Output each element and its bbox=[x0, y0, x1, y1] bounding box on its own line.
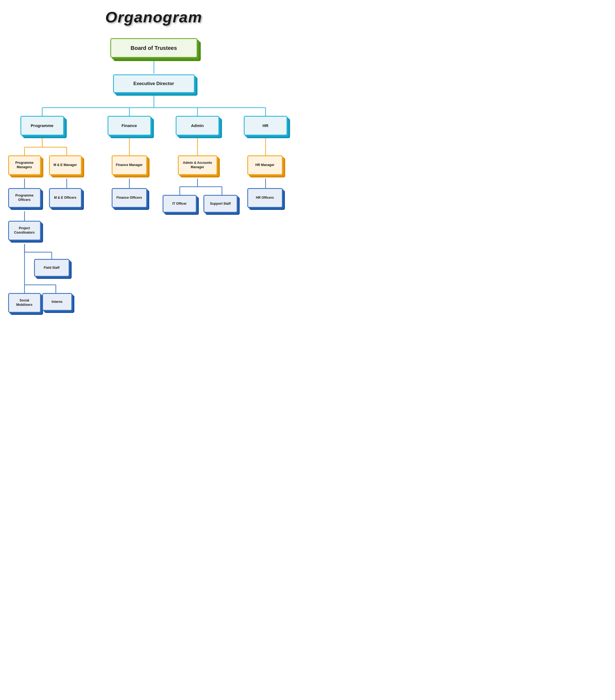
prog-officers-label: Programme Officers bbox=[11, 193, 38, 202]
field-staff-label: Field Staff bbox=[43, 266, 59, 270]
page-title: Organogram bbox=[0, 0, 307, 32]
support-staff-label: Support Staff bbox=[210, 202, 231, 206]
interns-label: Interns bbox=[51, 300, 62, 304]
prog-managers-label: Programme Managers bbox=[11, 161, 38, 169]
hr-manager-label: HR Manager bbox=[255, 163, 274, 167]
finance-officers-label: Finance Officers bbox=[116, 196, 142, 200]
admin-label: Admin bbox=[191, 123, 204, 128]
org-wrap: Board of Trustees Executive Director Pro… bbox=[7, 34, 301, 348]
me-manager-label: M & E Manager bbox=[53, 163, 77, 167]
hr-officers-box: HR Officers bbox=[247, 188, 283, 208]
programme-label: Programme bbox=[31, 123, 53, 128]
finance-manager-box: Finance Manager bbox=[112, 155, 147, 175]
me-officers-box: M & E Officers bbox=[49, 188, 82, 208]
executive-director-box: Executive Director bbox=[113, 74, 195, 93]
programme-managers-box: Programme Managers bbox=[8, 155, 41, 175]
exec-label: Executive Director bbox=[133, 81, 174, 87]
page-title-container: Organogram bbox=[0, 0, 307, 32]
hr-officers-label: HR Officers bbox=[256, 196, 274, 200]
support-staff-box: Support Staff bbox=[203, 195, 238, 213]
field-staff-box: Field Staff bbox=[34, 259, 69, 277]
hr-label: HR bbox=[262, 123, 269, 128]
finance-label: Finance bbox=[121, 123, 137, 128]
social-mobilisers-box: Social Mobilisers bbox=[8, 293, 41, 313]
project-coordinators-box: Project Coordinators bbox=[8, 221, 41, 240]
it-officer-label: IT Officer bbox=[172, 202, 187, 206]
finance-officers-box: Finance Officers bbox=[112, 188, 147, 208]
admin-box: Admin bbox=[176, 116, 219, 136]
it-officer-box: IT Officer bbox=[163, 195, 197, 213]
programme-officers-box: Programme Officers bbox=[8, 188, 41, 208]
hr-manager-box: HR Manager bbox=[247, 155, 283, 175]
me-officers-label: M & E Officers bbox=[54, 196, 76, 200]
interns-box: Interns bbox=[42, 293, 72, 311]
board-of-trustees-box: Board of Trustees bbox=[110, 38, 197, 58]
social-mob-label: Social Mobilisers bbox=[11, 299, 38, 307]
me-manager-box: M & E Manager bbox=[49, 155, 82, 175]
board-label: Board of Trustees bbox=[130, 45, 177, 51]
finance-box: Finance bbox=[107, 116, 151, 136]
org-chart: Board of Trustees Executive Director Pro… bbox=[0, 32, 307, 359]
admin-accounts-label: Admin & Accounts Manager bbox=[181, 161, 214, 169]
admin-accounts-box: Admin & Accounts Manager bbox=[178, 155, 217, 175]
finance-manager-label: Finance Manager bbox=[116, 163, 142, 167]
hr-box: HR bbox=[244, 116, 287, 136]
proj-coords-label: Project Coordinators bbox=[11, 226, 38, 235]
programme-box: Programme bbox=[21, 116, 64, 136]
